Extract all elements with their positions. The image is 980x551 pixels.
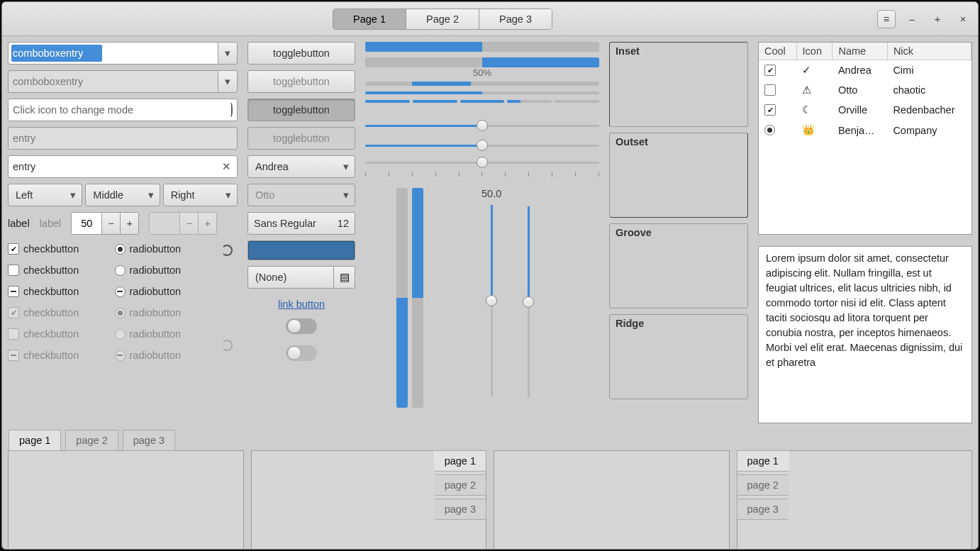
checkbutton-5: checkbutton — [8, 328, 96, 340]
row-icon: ☾ — [802, 104, 811, 116]
spin-minus[interactable]: − — [101, 213, 120, 234]
notebooks-row: page 1 page 2 page 3 page 1 page 2 page … — [2, 450, 978, 550]
th-nick[interactable]: Nick — [887, 43, 971, 60]
hamburger-menu-button[interactable]: ≡ — [877, 10, 896, 28]
row-icon: ✓ — [802, 65, 811, 76]
treeview[interactable]: Cool Icon Name Nick ✓ AndreaCimi — [758, 42, 972, 235]
nb-top-tab-3[interactable]: page 3 — [123, 430, 175, 451]
spin-plus-disabled: + — [198, 213, 216, 234]
chevron-down-icon: ▾ — [225, 48, 230, 59]
font-button[interactable]: Sans Regular 12 — [247, 212, 355, 235]
close-icon: × — [960, 13, 966, 25]
nb-left-tab-2[interactable]: page 2 — [737, 474, 789, 496]
checkbutton-3[interactable]: checkbutton — [8, 286, 96, 297]
togglebutton-4: togglebutton — [247, 127, 355, 150]
entry-disabled: entry — [8, 127, 238, 150]
header-tab-page1[interactable]: Page 1 — [333, 9, 406, 29]
file-chooser-open-icon[interactable]: ▤ — [334, 266, 355, 289]
v-slider-value-label: 50.0 — [481, 188, 501, 199]
spin-minus-disabled: − — [179, 213, 198, 234]
clear-icon[interactable]: ✕ — [220, 160, 233, 173]
v-slider-2[interactable] — [521, 206, 535, 398]
combo-otto: Otto — [247, 184, 355, 206]
vertical-sliders: 50.0 — [396, 188, 599, 408]
togglebutton-3[interactable]: togglebutton — [247, 99, 355, 121]
spin-input-disabled — [150, 213, 179, 234]
close-button[interactable]: × — [954, 10, 972, 28]
main-content: comboboxentry ▾ comboboxentry ▾ Click ic… — [2, 36, 978, 429]
cool-radio[interactable] — [764, 125, 775, 135]
radiobutton-2[interactable]: radiobutton — [115, 265, 204, 276]
h-slider-ticks[interactable] — [365, 158, 599, 179]
checkbutton-1[interactable]: checkbutton — [8, 243, 96, 255]
table-row[interactable]: ⚠ Ottochaotic — [759, 80, 971, 100]
row-icon: 👑 — [802, 124, 815, 135]
nb-right-tab-2[interactable]: page 2 — [435, 474, 486, 496]
radiobutton-4: radiobutton — [115, 307, 204, 318]
static-label-2: label — [40, 218, 62, 229]
radiobutton-1[interactable]: radiobutton — [115, 243, 204, 255]
v-slider-1[interactable] — [484, 205, 499, 396]
column-entries: comboboxentry ▾ comboboxentry ▾ Click ic… — [8, 42, 238, 423]
combo-andrea[interactable]: Andrea — [247, 155, 355, 178]
h-slider-2[interactable] — [365, 138, 599, 152]
entry-clearable[interactable]: entry ✕ — [8, 155, 238, 178]
combo-arrow[interactable]: ▾ — [218, 42, 238, 65]
refresh-icon[interactable] — [230, 104, 233, 116]
togglebutton-1[interactable]: togglebutton — [247, 42, 355, 65]
header-tab-page2[interactable]: Page 2 — [406, 9, 479, 29]
file-chooser-label[interactable]: (None) — [247, 266, 334, 289]
nb-top-tab-1[interactable]: page 1 — [9, 430, 61, 451]
togglebutton-2: togglebutton — [247, 70, 355, 93]
comboboxentry-active[interactable]: comboboxentry ▾ — [8, 42, 238, 65]
nb-right-tab-3[interactable]: page 3 — [435, 499, 486, 520]
th-cool[interactable]: Cool — [759, 43, 796, 60]
maximize-icon: + — [935, 13, 940, 25]
checkbutton-6: checkbutton — [8, 350, 96, 361]
file-chooser[interactable]: (None) ▤ — [247, 266, 355, 289]
nb-top-tab-2[interactable]: page 2 — [65, 430, 118, 451]
column-buttons: togglebutton togglebutton togglebutton t… — [247, 42, 355, 423]
maximize-button[interactable]: + — [928, 10, 947, 28]
mode-entry[interactable]: Click icon to change mode — [8, 99, 238, 121]
color-button[interactable] — [247, 240, 355, 260]
spinbutton[interactable]: − + — [71, 212, 139, 235]
switch-1[interactable] — [286, 318, 317, 334]
cool-check[interactable] — [764, 84, 776, 96]
radiobutton-3[interactable]: radiobutton — [115, 286, 204, 297]
comboboxentry-text[interactable]: comboboxentry — [9, 48, 83, 59]
app-window: Page 1 Page 2 Page 3 ≡ – + × — [1, 1, 979, 550]
progressbar-thin-1 — [365, 91, 599, 94]
table-row[interactable]: ✓ AndreaCimi — [759, 60, 971, 81]
cool-check[interactable] — [764, 104, 776, 116]
switch-2-disabled — [286, 345, 317, 361]
textview[interactable]: Lorem ipsum dolor sit amet, consectetur … — [758, 246, 972, 423]
spin-input[interactable] — [72, 213, 101, 234]
segmented-left[interactable]: Left — [8, 184, 82, 206]
column-progress-sliders: 50% — [365, 42, 599, 423]
th-icon[interactable]: Icon — [796, 43, 833, 60]
nb-left-tab-1[interactable]: page 1 — [737, 450, 789, 472]
header-tab-page3[interactable]: Page 3 — [479, 9, 552, 29]
checkbutton-2[interactable]: checkbutton — [8, 265, 96, 276]
v-progress-1 — [396, 188, 408, 408]
progressbar-1 — [365, 42, 599, 52]
minimize-icon: – — [909, 13, 915, 25]
table-row[interactable]: 👑 Benja…Company — [759, 120, 971, 140]
column-tree-text: Cool Icon Name Nick ✓ AndreaCimi — [758, 42, 972, 423]
entry-text[interactable]: entry — [13, 161, 35, 172]
nb-left-tab-3[interactable]: page 3 — [737, 499, 789, 520]
table-row[interactable]: ☾ OrvilleRedenbacher — [759, 100, 971, 120]
link-button[interactable]: link button — [247, 299, 355, 310]
h-slider-1[interactable] — [365, 118, 599, 133]
radiobutton-6: radiobutton — [115, 350, 204, 361]
segmented-middle[interactable]: Middle — [85, 184, 160, 206]
frame-inset: Inset — [609, 42, 748, 127]
spin-plus[interactable]: + — [120, 213, 138, 234]
th-name[interactable]: Name — [833, 43, 887, 60]
cool-check[interactable] — [764, 65, 776, 76]
minimize-button[interactable]: – — [903, 10, 921, 28]
nb-right-tab-1[interactable]: page 1 — [434, 450, 486, 472]
static-label-1: label — [8, 218, 30, 229]
segmented-right[interactable]: Right — [163, 184, 238, 206]
